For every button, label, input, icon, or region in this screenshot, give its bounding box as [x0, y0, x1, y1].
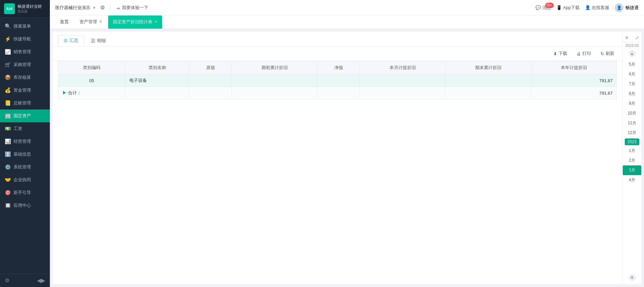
sidebar-item-purchase[interactable]: 🛒 采购管理: [0, 58, 50, 71]
sidebar-item-basic-info[interactable]: ℹ️ 基础信息: [0, 148, 50, 161]
sidebar-item-label: 应用中心: [13, 202, 31, 209]
month-item-12[interactable]: 12月: [623, 128, 641, 138]
app-name: 畅捷通好业财: [18, 4, 42, 9]
sidebar-item-label: 经营管理: [13, 138, 31, 145]
sidebar-item-label: 新手引导: [13, 190, 31, 196]
download-icon: ⬇: [553, 51, 557, 56]
sub-tab-summary[interactable]: ⊙ 汇总: [58, 35, 84, 46]
sidebar-item-guide[interactable]: 🎯 新手引导: [0, 186, 50, 199]
month-item-3[interactable]: 3月: [623, 165, 641, 175]
month-item-6[interactable]: 6月: [623, 69, 641, 79]
depreciation-table: 类别编码 类别名称 原值 期初累计折旧 净值 本月计提折旧 期末累计折旧 本年计…: [58, 61, 617, 99]
sidebar-item-finance[interactable]: 💰 资金管理: [0, 84, 50, 97]
topbar: 医疗器械行业演示 ▼ ⚙ ☁ 我要体验一下 💬 消息 99+ 📱 App下载 👤…: [50, 0, 644, 15]
settings-icon[interactable]: ⚙: [5, 277, 9, 284]
cell-net-value: [317, 74, 360, 87]
panel-expand-icon[interactable]: ⤢: [635, 35, 639, 40]
sidebar-item-app-center[interactable]: 🔲 应用中心: [0, 199, 50, 212]
purchase-icon: 🛒: [5, 62, 11, 68]
message-icon: 💬: [535, 5, 541, 10]
panel-close-icon[interactable]: ✕: [625, 35, 629, 40]
app-download-label: App下载: [563, 5, 580, 11]
sidebar-item-operations[interactable]: 📊 经营管理: [0, 135, 50, 148]
print-btn[interactable]: 🖨 打印: [574, 49, 594, 58]
tab-asset-mgmt[interactable]: 资产管理 ✕: [75, 15, 107, 29]
topbar-right: 💬 消息 99+ 📱 App下载 👤 在线客服 👤 畅捷通: [535, 3, 639, 12]
experience-label: 我要体验一下: [122, 5, 148, 11]
app-download-btn[interactable]: 📱 App下载: [556, 5, 580, 11]
sidebar-item-search[interactable]: 🔍 搜索菜单: [0, 20, 50, 33]
tab-asset-mgmt-close[interactable]: ✕: [99, 20, 102, 24]
cell-code: 05: [58, 74, 125, 87]
table-container: 类别编码 类别名称 原值 期初累计折旧 净值 本月计提折旧 期末累计折旧 本年计…: [53, 61, 622, 284]
company-selector[interactable]: 医疗器械行业演示 ▼: [55, 5, 96, 11]
inventory-icon: 📦: [5, 74, 11, 81]
panel-scroll-down-btn[interactable]: ▼: [629, 274, 636, 281]
month-item-8[interactable]: 8月: [623, 89, 641, 99]
month-item-11[interactable]: 11月: [623, 118, 641, 128]
table-total-row: ▶ 合计： 791.67: [58, 87, 617, 99]
online-service-btn[interactable]: 👤 在线客服: [585, 5, 609, 11]
col-header-net-value: 净值: [317, 61, 360, 74]
company-settings-icon[interactable]: ⚙: [100, 4, 105, 11]
panel-year-label: 2023.03: [623, 42, 641, 49]
sidebar-item-inventory[interactable]: 📦 库存核算: [0, 71, 50, 84]
year-badge-2023: 2023: [625, 138, 639, 145]
month-item-1[interactable]: 1月: [623, 146, 641, 156]
col-header-period-end-depreciation: 期末累计折旧: [446, 61, 531, 74]
guide-icon: 🎯: [5, 190, 11, 196]
app-logo-icon: AtA: [4, 3, 15, 14]
total-label-cell: ▶ 合计：: [58, 87, 125, 99]
sidebar-item-quick-nav[interactable]: ⚡ 快捷导航: [0, 33, 50, 45]
sidebar-item-label: 系统管理: [13, 164, 31, 170]
cell-period-end-dep: [446, 74, 531, 87]
collapse-icon[interactable]: ◀▶: [37, 277, 45, 284]
enterprise-icon: 🤝: [5, 177, 11, 183]
col-header-original: 原值: [189, 61, 232, 74]
sidebar-item-label: 搜索菜单: [13, 23, 31, 29]
sub-tabs: ⊙ 汇总 ☰ 明细: [53, 32, 622, 46]
search-menu-icon: 🔍: [5, 23, 11, 29]
sales-icon: 📈: [5, 49, 11, 55]
col-header-annual-depreciation: 本年计提折旧: [531, 61, 617, 74]
tab-depreciation[interactable]: 固定资产折旧统计表 ✕: [108, 15, 162, 29]
tab-home[interactable]: 首页: [55, 15, 73, 29]
sidebar-item-label: 基础信息: [13, 151, 31, 157]
month-item-7[interactable]: 7月: [623, 79, 641, 89]
system-icon: ⚙️: [5, 164, 11, 170]
refresh-btn[interactable]: ↻ 刷新: [598, 49, 617, 58]
experience-btn[interactable]: ☁ 我要体验一下: [116, 5, 148, 11]
sidebar-item-sales[interactable]: 📈 销售管理: [0, 45, 50, 58]
sub-tab-detail[interactable]: ☰ 明细: [85, 35, 112, 46]
tab-home-label: 首页: [60, 19, 69, 25]
sidebar-item-general-ledger[interactable]: 📒 总账管理: [0, 97, 50, 109]
main-area: 医疗器械行业演示 ▼ ⚙ ☁ 我要体验一下 💬 消息 99+ 📱 App下载 👤…: [50, 0, 644, 287]
tab-depreciation-close[interactable]: ✕: [154, 20, 157, 24]
payroll-icon: 💵: [5, 126, 11, 132]
message-btn[interactable]: 💬 消息 99+: [535, 5, 551, 11]
sidebar-item-system[interactable]: ⚙️ 系统管理: [0, 161, 50, 173]
tabs-bar: 首页 资产管理 ✕ 固定资产折旧统计表 ✕: [50, 15, 644, 29]
month-item-2[interactable]: 2月: [623, 156, 641, 165]
month-item-5[interactable]: 5月: [623, 60, 641, 69]
sidebar-item-label: 资金管理: [13, 87, 31, 93]
total-initial-dep: [232, 87, 317, 99]
panel-scroll-up-btn[interactable]: ▲: [629, 50, 636, 57]
sidebar-item-payroll[interactable]: 💵 工资: [0, 122, 50, 135]
month-item-10[interactable]: 10月: [623, 108, 641, 118]
sidebar-item-label: 销售管理: [13, 49, 31, 55]
sidebar-footer: ⚙ ◀▶: [0, 274, 50, 287]
month-item-4[interactable]: 4月: [623, 175, 641, 185]
avatar: 👤: [615, 3, 623, 12]
sidebar-item-fixed-assets[interactable]: 🏢 固定资产: [0, 109, 50, 122]
download-btn[interactable]: ⬇ 下载: [551, 49, 570, 58]
user-menu[interactable]: 👤 畅捷通: [615, 3, 639, 12]
refresh-icon: ↻: [601, 51, 604, 56]
month-item-9[interactable]: 9月: [623, 99, 641, 108]
sidebar-item-enterprise[interactable]: 🤝 企业协同: [0, 173, 50, 186]
operations-icon: 📊: [5, 138, 11, 145]
quick-nav-icon: ⚡: [5, 36, 11, 42]
fixed-assets-icon: 🏢: [5, 113, 11, 119]
page-container: ⊙ 汇总 ☰ 明细 ⬇ 下载 🖨 打印 ↻: [53, 32, 622, 284]
total-net-value: [317, 87, 360, 99]
